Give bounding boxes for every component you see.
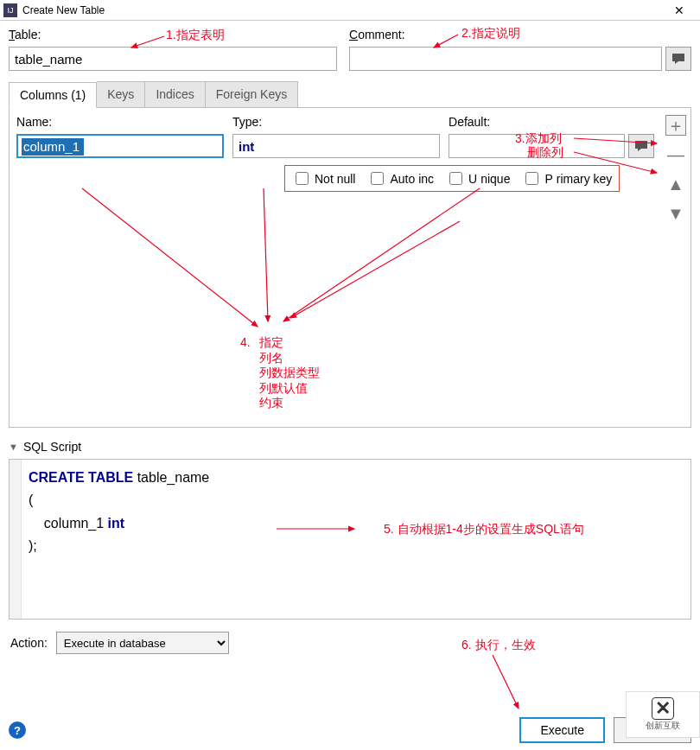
watermark-logo: ✕ 创新互联 (626, 691, 700, 738)
tab-columns[interactable]: Columns (1) (9, 82, 97, 108)
comment-input[interactable] (349, 47, 662, 71)
tabs: Columns (1) Keys Indices Foreign Keys (9, 81, 691, 108)
col-type-field: Type: (232, 115, 440, 158)
titlebar: IJ Create New Table ✕ (0, 0, 700, 21)
check-not-null[interactable]: Not null (292, 169, 355, 188)
check-primary-key[interactable]: Primary key (522, 169, 612, 188)
table-field: Table: (9, 28, 337, 71)
tab-keys[interactable]: Keys (97, 81, 145, 107)
move-down-icon[interactable]: ▼ (665, 203, 686, 224)
sql-script-header[interactable]: ▼ SQL Script (9, 438, 691, 455)
app-icon: IJ (3, 3, 17, 17)
footer: ? Execute (9, 717, 691, 743)
move-up-icon[interactable]: ▲ (665, 174, 686, 194)
column-side-toolbar: ＋ — ▲ ▼ (665, 115, 687, 224)
close-icon[interactable]: ✕ (662, 3, 697, 17)
column-editor: Name: Type: Default: Not null Auto inc (9, 108, 691, 428)
col-type-input[interactable] (232, 134, 440, 158)
action-row: Action: Execute in database (9, 632, 691, 654)
col-default-label: Default: (449, 115, 654, 129)
col-default-field: Default: (449, 115, 654, 158)
action-select[interactable]: Execute in database (56, 632, 229, 654)
col-type-label: Type: (232, 115, 440, 129)
table-label: Table: (9, 28, 337, 41)
help-icon[interactable]: ? (9, 721, 26, 739)
svg-line-9 (493, 655, 519, 709)
tab-indices[interactable]: Indices (145, 81, 205, 107)
col-name-input[interactable] (16, 134, 224, 158)
col-name-label: Name: (16, 115, 224, 129)
action-label: Action: (10, 636, 48, 650)
remove-column-icon[interactable]: — (665, 144, 686, 165)
table-name-input[interactable] (9, 47, 337, 71)
col-default-input[interactable] (449, 134, 625, 158)
sql-script-label: SQL Script (23, 440, 81, 454)
add-column-icon[interactable]: ＋ (665, 115, 686, 136)
tab-foreign-keys[interactable]: Foreign Keys (206, 81, 298, 107)
comment-field: Comment: (349, 28, 691, 71)
collapse-icon: ▼ (9, 442, 18, 452)
sql-script-box[interactable]: CREATE TABLE table_name ( column_1 int )… (9, 459, 691, 620)
comment-label: Comment: (349, 28, 691, 41)
window-title: Create New Table (22, 4, 662, 16)
column-constraints: Not null Auto inc Unique Primary key (284, 165, 620, 192)
execute-button[interactable]: Execute (519, 717, 605, 743)
default-expand-icon[interactable] (628, 134, 654, 158)
comment-expand-icon[interactable] (665, 47, 691, 71)
top-fields-row: Table: Comment: (9, 28, 691, 71)
check-unique[interactable]: Unique (446, 169, 510, 188)
content-area: Table: Comment: Columns (1) Keys Indices… (0, 21, 700, 658)
col-name-field: Name: (16, 115, 224, 158)
check-auto-inc[interactable]: Auto inc (367, 169, 434, 188)
